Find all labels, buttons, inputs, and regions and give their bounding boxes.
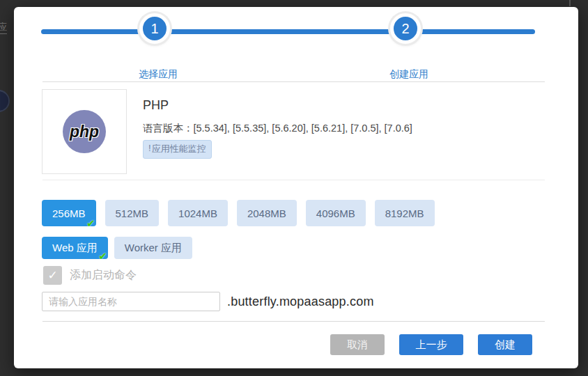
memory-option-512mb[interactable]: 512MB (105, 200, 160, 226)
selected-check-icon: ✔ (98, 250, 107, 263)
step-2-circle: 2 (390, 13, 421, 44)
stepper-progress-bar (41, 29, 535, 34)
versions-list: [5.5.34], [5.5.35], [5.6.20], [5.6.21], … (194, 123, 412, 134)
memory-option-label: 2048MB (247, 207, 286, 219)
footer-button-row: 取消 上一步 创建 (330, 334, 532, 355)
previous-button[interactable]: 上一步 (399, 334, 463, 355)
app-logo-card: php (42, 89, 127, 174)
memory-option-row: 256MB ✔ 512MB 1024MB 2048MB 4096MB 8192M… (42, 200, 435, 226)
footer-divider (42, 321, 545, 322)
memory-option-label: 4096MB (316, 207, 355, 219)
app-type-option-web[interactable]: Web 应用 ✔ (42, 237, 108, 259)
startup-command-row: ✓ 添加启动命令 (43, 266, 137, 285)
memory-option-label: 8192MB (385, 207, 424, 219)
app-name-row: .butterfly.mopaasapp.com (42, 292, 374, 311)
step-1-number: 1 (150, 21, 158, 37)
background-text-fragment: 应 (0, 21, 7, 34)
apm-tag-icon: ! (148, 143, 151, 155)
background-avatar-fragment (0, 91, 8, 111)
checkbox-check-icon: ✓ (47, 268, 57, 283)
app-type-option-row: Web 应用 ✔ Worker 应用 (42, 237, 192, 259)
app-versions: 语言版本：[5.5.34], [5.5.35], [5.6.20], [5.6.… (143, 122, 412, 135)
memory-option-2048mb[interactable]: 2048MB (237, 200, 297, 226)
memory-option-1024mb[interactable]: 1024MB (168, 200, 228, 226)
create-app-dialog: 1 2 选择应用 创建应用 php PHP 语言版本：[5.5.34], [5.… (14, 7, 578, 368)
app-type-option-worker[interactable]: Worker 应用 (114, 237, 192, 259)
background-divider-fragment (569, 0, 571, 6)
app-name-input[interactable] (42, 292, 220, 311)
app-title: PHP (143, 98, 169, 113)
apm-tag-label: 应用性能监控 (152, 143, 206, 155)
php-logo-text: php (70, 123, 99, 141)
startup-command-label: 添加启动命令 (70, 268, 137, 283)
memory-option-4096mb[interactable]: 4096MB (306, 200, 366, 226)
step-2-number: 2 (401, 21, 409, 37)
php-logo-icon: php (63, 110, 106, 153)
selected-check-icon: ✔ (86, 217, 95, 230)
domain-suffix: .butterfly.mopaasapp.com (227, 295, 374, 309)
cancel-button[interactable]: 取消 (330, 334, 385, 355)
step-2-label: 创建应用 (367, 68, 451, 81)
create-button[interactable]: 创建 (478, 334, 532, 355)
step-1-circle: 1 (139, 13, 170, 44)
memory-option-label: 512MB (116, 207, 149, 219)
app-type-option-label: Worker 应用 (125, 242, 182, 255)
memory-option-8192mb[interactable]: 8192MB (375, 200, 435, 226)
apm-tag: ! 应用性能监控 (143, 140, 212, 159)
memory-option-label: 256MB (52, 207, 86, 219)
versions-label: 语言版本： (143, 123, 194, 134)
app-type-option-label: Web 应用 (52, 242, 98, 255)
memory-option-label: 1024MB (178, 207, 217, 219)
step-1-label: 选择应用 (116, 68, 200, 81)
startup-command-checkbox[interactable]: ✓ (43, 266, 62, 285)
stepper-divider (42, 81, 545, 82)
section-divider (42, 180, 545, 180)
memory-option-256mb[interactable]: 256MB ✔ (42, 200, 96, 226)
